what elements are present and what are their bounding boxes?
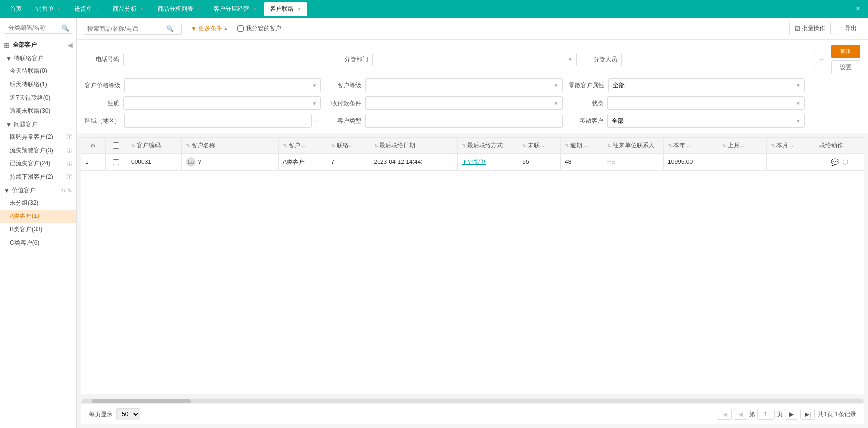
filter-search-icon[interactable]: 🔍 <box>166 25 174 32</box>
filter-search-input[interactable] <box>87 25 166 32</box>
row-last-method-value[interactable]: 下销货单 <box>462 159 486 165</box>
settings-button[interactable]: 设置 <box>831 60 860 74</box>
last-page-button[interactable]: ▶| <box>800 409 815 420</box>
sidebar-collapse-icon[interactable]: ◀ <box>68 42 72 49</box>
chat-action-icon[interactable]: 💬 <box>831 158 839 166</box>
sidebar-item-repurchase[interactable]: 回购异常客户(2) ⓘ <box>0 130 76 144</box>
select-all-checkbox[interactable] <box>113 142 119 149</box>
nav-tab-product-list[interactable]: 商品分析列表 × <box>152 2 206 16</box>
per-page-select[interactable]: 50 <box>116 408 140 420</box>
sidebar-item-overdue[interactable]: 逾期未联络(30) <box>0 105 76 118</box>
sidebar-item-tomorrow[interactable]: 明天待联络(1) <box>0 78 76 91</box>
nav-tab-purchase-close[interactable]: × <box>96 6 99 12</box>
sidebar-item-class-c-label: C类客户(6) <box>10 239 39 247</box>
row-overdue-value: 48 <box>565 159 571 165</box>
filter-more-btn[interactable]: ▼ 更多条件 ▲ <box>187 22 232 35</box>
sidebar-item-ungrouped[interactable]: 未分组(32) <box>0 196 76 210</box>
cell-contact: 7 <box>327 154 370 171</box>
more-action-icon[interactable]: ⬡ <box>842 158 848 166</box>
filter-cust-type-input[interactable] <box>365 114 562 128</box>
col-last-method-sort-icon[interactable]: ⇅ <box>462 143 466 148</box>
row-checkbox[interactable] <box>113 159 119 165</box>
sidebar-all-customers-label: 全部客户 <box>13 41 37 49</box>
sidebar-item-class-b[interactable]: B类客户(33) <box>0 223 76 236</box>
my-customers-checkbox-label[interactable]: 我分管的客户 <box>237 24 281 33</box>
nav-tab-customer-contact-close[interactable]: × <box>298 6 301 12</box>
sidebar-item-class-a[interactable]: A类客户(1) <box>0 210 76 223</box>
cell-last-method: 下销货单 <box>457 154 518 171</box>
table-settings-icon[interactable]: ⚙ <box>90 142 96 149</box>
col-overdue-sort-icon[interactable]: ⇅ <box>565 143 569 148</box>
my-customers-checkbox[interactable] <box>237 25 244 32</box>
col-unit-contact-sort-icon[interactable]: ⇅ <box>607 143 611 148</box>
col-code-sort-icon[interactable]: ⇅ <box>131 143 135 148</box>
page-number-input[interactable] <box>757 409 775 420</box>
export-button[interactable]: ↑ 导出 <box>835 22 862 35</box>
col-no-contact-sort-icon[interactable]: ⇅ <box>522 143 526 148</box>
cell-this-month <box>767 154 815 171</box>
nav-tab-product-analysis[interactable]: 商品分析 × <box>107 2 150 16</box>
col-last-month-sort-icon[interactable]: ⇅ <box>722 143 726 148</box>
col-header-no-contact: ⇅ 未联... <box>518 138 561 154</box>
filter-retail-select[interactable]: 全部 <box>607 114 805 128</box>
col-class-sort-icon[interactable]: ⇅ <box>283 143 287 148</box>
sidebar-contact-group[interactable]: ▼ 待联络客户 <box>0 52 76 64</box>
filter-person-input[interactable] <box>621 53 816 66</box>
filter-pay-terms-select[interactable] <box>365 96 562 110</box>
col-name-sort-icon[interactable]: ⇅ <box>186 143 190 148</box>
sidebar-problem-group[interactable]: ▼ 问题客户 <box>0 118 76 130</box>
sidebar-value-group[interactable]: ▼ 价值客户 ↻ ✎ <box>0 184 76 196</box>
next-page-button[interactable]: ▶ <box>785 409 798 420</box>
nav-tab-customer-contact[interactable]: 客户联络 × <box>264 2 307 16</box>
row-name-value[interactable]: ? <box>198 159 201 165</box>
cell-check <box>105 154 127 171</box>
filter-nature-select[interactable] <box>123 96 321 110</box>
col-year-sort-icon[interactable]: ⇅ <box>668 143 672 148</box>
sidebar-item-class-c[interactable]: C类客户(6) <box>0 236 76 250</box>
sidebar-item-7days[interactable]: 近7天待联络(0) <box>0 91 76 105</box>
nav-home[interactable]: 首页 <box>4 2 28 16</box>
filter-price-level-select[interactable] <box>124 78 321 92</box>
first-page-button[interactable]: |◀ <box>717 409 732 420</box>
filter-status-select[interactable] <box>607 96 805 110</box>
horizontal-scrollbar[interactable] <box>81 398 864 404</box>
nav-tab-sales[interactable]: 销售单 × <box>30 2 66 16</box>
row-contact-value: 7 <box>331 159 335 165</box>
nav-tab-purchase[interactable]: 进货单 × <box>68 2 105 16</box>
batch-op-button[interactable]: ☑ 批量操作 <box>789 22 831 35</box>
col-contact-sort-icon[interactable]: ⇅ <box>331 143 335 148</box>
sidebar-search-container: 🔍 <box>0 18 76 38</box>
sidebar-item-declining[interactable]: 持续下滑客户(2) ⓘ <box>0 170 76 184</box>
filter-dept-select[interactable] <box>372 53 576 66</box>
window-close-button[interactable]: × <box>852 2 864 15</box>
row-class-value: A类客户 <box>283 159 305 165</box>
query-button[interactable]: 查询 <box>831 45 860 58</box>
filter-cust-level-select[interactable] <box>365 78 562 92</box>
nav-tab-customer-tier-close[interactable]: × <box>253 6 256 12</box>
person-dots-icon[interactable]: ··· <box>816 56 825 63</box>
sidebar-item-churned[interactable]: 已流失客户(24) ⓘ <box>0 157 76 170</box>
col-header-contact: ⇅ 联络... <box>327 138 370 154</box>
nav-tab-product-analysis-close[interactable]: × <box>141 6 144 12</box>
prev-page-button[interactable]: ◀ <box>734 409 747 420</box>
nav-tab-sales-close[interactable]: × <box>57 6 60 12</box>
filter-phone-input[interactable] <box>123 53 327 66</box>
sidebar-all-customers[interactable]: ⊞ 全部客户 ◀ <box>0 38 76 52</box>
edit-icon[interactable]: ✎ <box>67 187 72 194</box>
scrollbar-thumb[interactable] <box>92 399 191 403</box>
refresh-icon[interactable]: ↻ <box>61 187 66 194</box>
nav-tab-customer-tier[interactable]: 客户分层经营 × <box>208 2 262 16</box>
page-of-label: 页 <box>777 410 783 419</box>
region-dots-icon[interactable]: ··· <box>312 117 321 124</box>
filter-retail-attr-select[interactable]: 全部 <box>608 78 805 92</box>
sidebar-item-churn-warning[interactable]: 流失预警客户(3) ⓘ <box>0 144 76 157</box>
col-last-date-sort-icon[interactable]: ⇅ <box>374 143 378 148</box>
filter-person-label: 分管人员 <box>583 55 617 64</box>
sidebar-item-today[interactable]: 今天待联络(0) <box>0 64 76 78</box>
table-area: ⚙ ⇅ 客户编码 <box>81 137 864 394</box>
filter-region-input[interactable] <box>124 114 312 128</box>
sidebar-search-icon: 🔍 <box>61 24 69 32</box>
col-this-month-sort-icon[interactable]: ⇅ <box>771 143 775 148</box>
page-nav: |◀ ◀ 第 页 ▶ ▶| <box>717 409 815 420</box>
nav-tab-product-list-close[interactable]: × <box>197 6 200 12</box>
